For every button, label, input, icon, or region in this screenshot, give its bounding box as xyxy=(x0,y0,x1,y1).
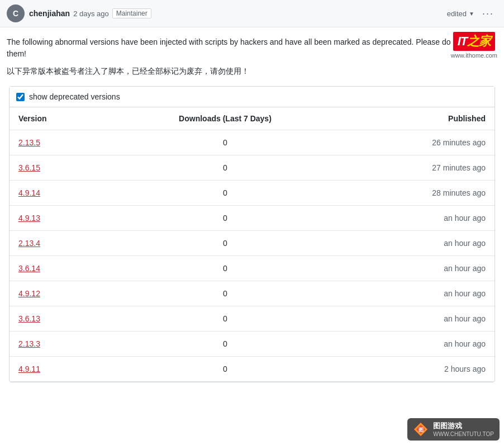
version-cell: 4.9.12 xyxy=(9,281,108,306)
published-cell: 26 minutes ago xyxy=(343,130,495,155)
avatar: C xyxy=(7,4,25,22)
published-cell: 28 minutes ago xyxy=(343,181,495,206)
header-right: edited ▼ ··· xyxy=(447,7,497,21)
downloads-cell: 0 xyxy=(108,181,343,206)
versions-section: show deprecated versions Version Downloa… xyxy=(9,86,495,382)
show-deprecated-checkbox[interactable] xyxy=(16,93,25,101)
downloads-cell: 0 xyxy=(108,206,343,231)
published-cell: 2 hours ago xyxy=(343,357,495,382)
timestamp: 2 days ago xyxy=(73,10,109,18)
downloads-cell: 0 xyxy=(108,130,343,155)
published-cell: an hour ago xyxy=(343,281,495,306)
downloads-cell: 0 xyxy=(108,256,343,281)
version-cell: 2.13.5 xyxy=(9,130,108,155)
table-row: 3.6.140an hour ago xyxy=(9,256,495,281)
versions-table: Version Downloads (Last 7 Days) Publishe… xyxy=(9,107,495,382)
version-cell: 4.9.13 xyxy=(9,206,108,231)
downloads-cell: 0 xyxy=(108,155,343,181)
version-cell: 2.13.3 xyxy=(9,332,108,357)
table-row: 2.13.30an hour ago xyxy=(9,332,495,357)
header-meta: chenjiahan 2 days ago Maintainer xyxy=(29,8,447,18)
downloads-cell: 0 xyxy=(108,306,343,332)
show-deprecated-label[interactable]: show deprecated versions xyxy=(29,92,120,101)
dropdown-arrow-icon[interactable]: ▼ xyxy=(469,11,474,17)
warning-text-chinese: 以下异常版本被盗号者注入了脚本，已经全部标记为废弃，请勿使用！ xyxy=(7,65,497,77)
downloads-cell: 0 xyxy=(108,332,343,357)
post-body: IT之家 www.ithome.com The following abnorm… xyxy=(0,27,504,391)
col-downloads: Downloads (Last 7 Days) xyxy=(108,107,343,130)
table-row: 2.13.40an hour ago xyxy=(9,231,495,256)
show-deprecated-row: show deprecated versions xyxy=(9,87,495,107)
col-version: Version xyxy=(9,107,108,130)
downloads-cell: 0 xyxy=(108,281,343,306)
table-row: 3.6.130an hour ago xyxy=(9,306,495,332)
version-cell: 4.9.11 xyxy=(9,357,108,382)
version-link[interactable]: 3.6.14 xyxy=(18,264,40,273)
table-row: 4.9.14028 minutes ago xyxy=(9,181,495,206)
edited-label: edited ▼ xyxy=(447,10,474,18)
maintainer-badge: Maintainer xyxy=(112,8,151,18)
published-cell: 27 minutes ago xyxy=(343,155,495,181)
downloads-cell: 0 xyxy=(108,231,343,256)
more-options-button[interactable]: ··· xyxy=(479,7,497,21)
watermark-url: www.ithome.com xyxy=(451,52,497,59)
version-link[interactable]: 4.9.13 xyxy=(18,214,40,222)
versions-tbody: 2.13.5026 minutes ago3.6.15027 minutes a… xyxy=(9,130,495,382)
published-cell: an hour ago xyxy=(343,306,495,332)
table-row: 2.13.5026 minutes ago xyxy=(9,130,495,155)
table-row: 4.9.120an hour ago xyxy=(9,281,495,306)
post-header: C chenjiahan 2 days ago Maintainer edite… xyxy=(0,0,504,27)
warning-text-english: The following abnormal versions have bee… xyxy=(7,36,497,60)
published-cell: an hour ago xyxy=(343,231,495,256)
version-link[interactable]: 3.6.15 xyxy=(18,163,40,172)
version-cell: 3.6.13 xyxy=(9,306,108,332)
version-link[interactable]: 3.6.13 xyxy=(18,314,40,323)
version-link[interactable]: 4.9.14 xyxy=(18,188,40,197)
table-header: Version Downloads (Last 7 Days) Publishe… xyxy=(9,107,495,130)
ithome-logo: IT之家 xyxy=(453,32,496,51)
ithome-watermark: IT之家 www.ithome.com xyxy=(451,32,497,59)
version-cell: 3.6.15 xyxy=(9,155,108,181)
col-published: Published xyxy=(343,107,495,130)
version-link[interactable]: 2.13.3 xyxy=(18,339,40,348)
version-cell: 2.13.4 xyxy=(9,231,108,256)
table-row: 4.9.130an hour ago xyxy=(9,206,495,231)
version-link[interactable]: 4.9.12 xyxy=(18,289,40,298)
table-row: 3.6.15027 minutes ago xyxy=(9,155,495,181)
version-cell: 3.6.14 xyxy=(9,256,108,281)
table-row: 4.9.1102 hours ago xyxy=(9,357,495,382)
published-cell: an hour ago xyxy=(343,256,495,281)
downloads-cell: 0 xyxy=(108,357,343,382)
version-cell: 4.9.14 xyxy=(9,181,108,206)
version-link[interactable]: 2.13.5 xyxy=(18,138,40,147)
published-cell: an hour ago xyxy=(343,332,495,357)
version-link[interactable]: 2.13.4 xyxy=(18,239,40,248)
version-link[interactable]: 4.9.11 xyxy=(18,364,40,373)
username[interactable]: chenjiahan xyxy=(29,9,70,18)
published-cell: an hour ago xyxy=(343,206,495,231)
